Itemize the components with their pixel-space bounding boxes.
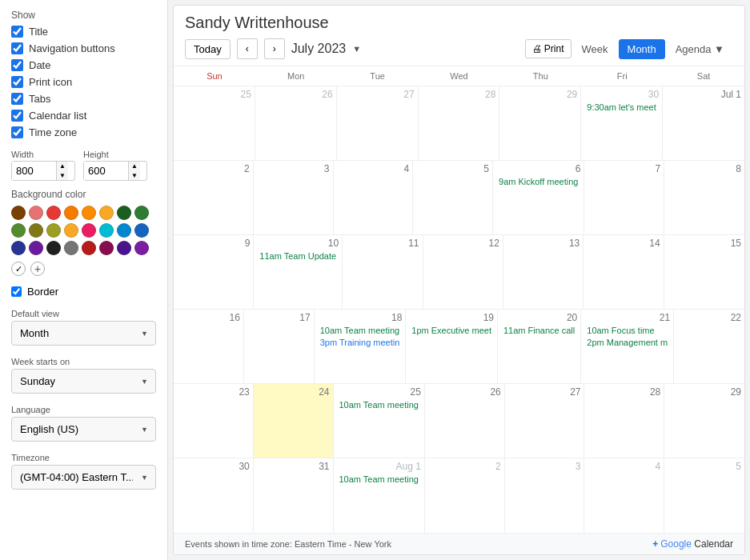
event-w5-d2-0[interactable]: 10am Team meeting (337, 474, 421, 485)
width-input[interactable] (12, 162, 56, 180)
color-swatch-1[interactable] (29, 206, 43, 220)
event-w4-d2-0[interactable]: 10am Team meeting (337, 399, 421, 410)
color-swatch-23[interactable] (134, 241, 149, 255)
color-swatch-18[interactable] (46, 241, 61, 255)
event-w2-d1-0[interactable]: 11am Team Update (257, 250, 339, 262)
checkbox-title[interactable] (11, 26, 23, 38)
calendar-day-w3-d5[interactable]: 2110am Focus time2pm Management m (581, 310, 674, 383)
color-swatch-10[interactable] (46, 223, 61, 238)
checkbox-calendar-list[interactable] (11, 110, 23, 122)
event-w3-d5-1[interactable]: 2pm Management m (584, 337, 670, 348)
calendar-day-w0-d0[interactable]: 25 (174, 86, 255, 160)
calendar-day-w4-d0[interactable]: 23 (174, 384, 254, 458)
color-swatch-4[interactable] (82, 206, 96, 220)
color-swatch-6[interactable] (117, 206, 131, 220)
calendar-day-w4-d4[interactable]: 27 (505, 384, 585, 458)
color-add-icon[interactable]: + (30, 262, 45, 276)
color-swatch-11[interactable] (64, 223, 78, 238)
color-swatch-5[interactable] (99, 206, 114, 220)
calendar-day-w0-d3[interactable]: 28 (419, 86, 500, 160)
checkbox-print-icon[interactable] (11, 76, 23, 88)
calendar-day-w3-d3[interactable]: 191pm Executive meet (406, 310, 498, 383)
google-calendar-link[interactable]: + Google Calendar (652, 538, 733, 550)
event-w1-d4-0[interactable]: 9am Kickoff meeting (496, 176, 580, 187)
event-w3-d2-0[interactable]: 10am Team meeting (318, 325, 403, 336)
checkbox-date[interactable] (11, 59, 23, 71)
height-down[interactable]: ▼ (129, 171, 140, 181)
month-dropdown-icon[interactable]: ▼ (352, 44, 361, 54)
calendar-day-w1-d4[interactable]: 69am Kickoff meeting (493, 161, 584, 234)
calendar-day-w0-d2[interactable]: 27 (337, 86, 419, 160)
color-swatch-19[interactable] (64, 241, 78, 255)
calendar-day-w5-d5[interactable]: 4 (584, 458, 664, 533)
agenda-view-btn[interactable]: Agenda ▼ (667, 39, 733, 59)
calendar-day-w2-d4[interactable]: 13 (503, 235, 584, 309)
prev-arrow[interactable]: ‹ (237, 38, 258, 59)
color-swatch-22[interactable] (117, 241, 131, 255)
calendar-day-w1-d2[interactable]: 4 (334, 161, 414, 234)
week-view-btn[interactable]: Week (573, 39, 617, 59)
width-down[interactable]: ▼ (57, 171, 68, 181)
height-up[interactable]: ▲ (129, 162, 140, 171)
calendar-day-w3-d0[interactable]: 16 (174, 310, 244, 383)
calendar-day-w3-d2[interactable]: 1810am Team meeting3pm Training meetin (315, 310, 407, 383)
color-swatch-14[interactable] (117, 223, 131, 238)
calendar-day-w4-d5[interactable]: 28 (584, 384, 664, 458)
calendar-day-w3-d1[interactable]: 17 (244, 310, 315, 383)
border-checkbox[interactable] (11, 286, 22, 297)
calendar-day-w3-d6[interactable]: 22 (674, 310, 744, 383)
calendar-day-w1-d5[interactable]: 7 (584, 161, 664, 234)
color-swatch-3[interactable] (64, 206, 78, 220)
color-swatch-12[interactable] (82, 223, 96, 238)
color-swatch-9[interactable] (29, 223, 43, 238)
color-swatch-0[interactable] (11, 206, 26, 220)
color-swatch-15[interactable] (134, 223, 149, 238)
calendar-day-w2-d0[interactable]: 9 (174, 235, 254, 309)
print-button[interactable]: 🖨 Print (525, 39, 572, 58)
calendar-day-w2-d2[interactable]: 11 (343, 235, 423, 309)
calendar-day-w0-d5[interactable]: 309:30am let's meet (581, 86, 663, 160)
checkbox-tabs[interactable] (11, 93, 23, 105)
width-up[interactable]: ▲ (57, 162, 68, 171)
color-swatch-21[interactable] (99, 241, 114, 255)
color-swatch-16[interactable] (11, 241, 26, 255)
color-swatch-7[interactable] (134, 206, 149, 220)
calendar-day-w4-d6[interactable]: 29 (664, 384, 744, 458)
color-check-icon[interactable]: ✓ (11, 262, 26, 276)
language-select[interactable]: English (US) (11, 417, 156, 442)
calendar-day-w5-d4[interactable]: 3 (505, 458, 585, 533)
event-w0-d5-0[interactable]: 9:30am let's meet (584, 102, 659, 113)
calendar-day-w4-d2[interactable]: 2510am Team meeting (334, 384, 425, 458)
calendar-day-w2-d3[interactable]: 12 (423, 235, 503, 309)
calendar-day-w3-d4[interactable]: 2011am Finance call (498, 310, 581, 383)
checkbox-time-zone[interactable] (11, 126, 23, 138)
color-swatch-2[interactable] (46, 206, 61, 220)
event-w3-d2-1[interactable]: 3pm Training meetin (318, 337, 403, 348)
calendar-day-w5-d6[interactable]: 5 (664, 458, 744, 533)
color-swatch-20[interactable] (82, 241, 96, 255)
color-swatch-8[interactable] (11, 223, 26, 238)
calendar-day-w0-d4[interactable]: 29 (499, 86, 581, 160)
calendar-day-w1-d1[interactable]: 3 (254, 161, 334, 234)
calendar-day-w5-d1[interactable]: 31 (254, 458, 334, 533)
calendar-day-w1-d6[interactable]: 8 (664, 161, 744, 234)
checkbox-nav-buttons[interactable] (11, 42, 23, 54)
calendar-day-w2-d5[interactable]: 14 (584, 235, 664, 309)
calendar-day-w0-d6[interactable]: Jul 1 (663, 86, 744, 160)
default-view-select[interactable]: Month Week Agenda (11, 321, 156, 346)
calendar-day-w1-d0[interactable]: 2 (174, 161, 254, 234)
color-swatch-13[interactable] (99, 223, 114, 238)
calendar-day-w4-d3[interactable]: 26 (425, 384, 505, 458)
event-w3-d4-0[interactable]: 11am Finance call (501, 325, 577, 336)
event-w3-d3-0[interactable]: 1pm Executive meet (409, 325, 494, 336)
event-w3-d5-0[interactable]: 10am Focus time (584, 325, 670, 336)
calendar-day-w4-d1[interactable]: 24 (254, 384, 334, 458)
week-starts-select[interactable]: Sunday Monday (11, 369, 156, 394)
calendar-day-w0-d1[interactable]: 26 (255, 86, 337, 160)
color-swatch-17[interactable] (29, 241, 43, 255)
timezone-select[interactable]: (GMT-04:00) Eastern T... (11, 465, 156, 490)
calendar-day-w5-d0[interactable]: 30 (174, 458, 254, 533)
month-view-btn[interactable]: Month (619, 39, 665, 59)
calendar-day-w2-d6[interactable]: 15 (664, 235, 744, 309)
height-input[interactable] (84, 162, 128, 180)
